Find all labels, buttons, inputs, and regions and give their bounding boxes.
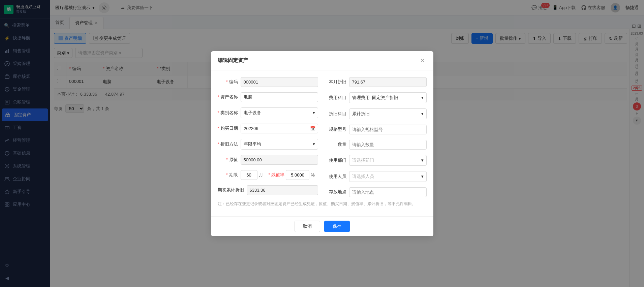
category-select[interactable]: 电子设备 ▾ [241, 107, 318, 118]
user-label: 使用人员 [326, 173, 346, 180]
purchase-date-input[interactable] [241, 124, 318, 133]
user-placeholder: 请选择人员 [352, 173, 374, 180]
dept-placeholder: 请选择部门 [352, 157, 374, 163]
modal-close-button[interactable]: ✕ [419, 57, 427, 65]
spec-label: 规格型号 [326, 126, 346, 132]
code-input[interactable] [241, 77, 318, 87]
form-row-spec: 规格型号 [326, 125, 427, 134]
modal-form: 编码 资产名称 类别名称 电子设备 ▾ [218, 77, 427, 197]
form-row-category: 类别名称 电子设备 ▾ [218, 107, 318, 118]
original-value-label: 原值 [218, 157, 238, 163]
save-button[interactable]: 保存 [324, 221, 350, 232]
category-select-value: 电子设备 [244, 110, 261, 116]
user-arrow: ▾ [421, 174, 424, 179]
form-left-col: 编码 资产名称 类别名称 电子设备 ▾ [218, 77, 318, 197]
monthly-dep-input [349, 77, 427, 87]
period-label: 期限 [218, 172, 238, 178]
modal-title: 编辑固定资产 [218, 57, 248, 64]
dep-method-label: 折旧方法 [218, 141, 238, 147]
dep-subject-select[interactable]: 累计折旧 ▾ [349, 108, 427, 119]
expense-subject-label: 费用科目 [326, 95, 346, 101]
modal-header: 编辑固定资产 ✕ [211, 51, 433, 70]
dept-label: 使用部门 [326, 157, 346, 163]
location-label: 存放地点 [326, 189, 346, 195]
modal-overlay: 编辑固定资产 ✕ 编码 资产名称 类别名称 [0, 0, 644, 287]
category-label: 类别名称 [218, 110, 238, 116]
dept-select[interactable]: 请选择部门 ▾ [349, 155, 427, 166]
asset-name-input[interactable] [241, 92, 318, 102]
dept-arrow: ▾ [421, 158, 424, 163]
modal-footer: 取消 保存 [211, 216, 433, 236]
dep-subject-arrow: ▾ [421, 111, 424, 116]
code-label: 编码 [218, 79, 238, 85]
expense-subject-arrow: ▾ [421, 95, 424, 100]
residual-rate-label: * 残值率 [269, 172, 285, 178]
purchase-date-field: 📅 [241, 124, 318, 133]
form-row-period: 期限 月 * 残值率 % [218, 170, 318, 180]
form-row-asset-name: 资产名称 [218, 92, 318, 102]
form-row-monthly-dep: 本月折旧 [326, 77, 427, 87]
init-accum-dep-label: 期初累计折旧 [218, 187, 244, 193]
location-input[interactable] [349, 187, 427, 197]
purchase-date-label: 购买日期 [218, 125, 238, 131]
residual-rate-input[interactable] [286, 170, 309, 180]
residual-rate-unit: % [311, 172, 315, 178]
expense-subject-select[interactable]: 管理费用_固定资产折旧 ▾ [349, 92, 427, 103]
quantity-label: 数量 [326, 141, 346, 148]
asset-name-label: 资产名称 [218, 94, 238, 100]
period-fields: 月 * 残值率 % [241, 170, 315, 180]
form-row-user: 使用人员 请选择人员 ▾ [326, 171, 427, 182]
form-row-dep-method: 折旧方法 年限平均 ▾ [218, 139, 318, 150]
modal-note: 注：已经存在变更记录或者对应固定资产已经生成凭证，原值、购买日期、残值率、累计折… [218, 201, 427, 210]
dep-method-value: 年限平均 [244, 141, 261, 147]
spec-input[interactable] [349, 125, 427, 134]
form-row-dept: 使用部门 请选择部门 ▾ [326, 155, 427, 166]
form-row-purchase-date: 购买日期 📅 [218, 124, 318, 133]
form-row-expense-subject: 费用科目 管理费用_固定资产折旧 ▾ [326, 92, 427, 103]
modal-body: 编码 资产名称 类别名称 电子设备 ▾ [211, 70, 433, 216]
category-select-arrow: ▾ [313, 110, 315, 115]
calendar-icon: 📅 [310, 126, 315, 131]
dep-method-select[interactable]: 年限平均 ▾ [241, 139, 318, 150]
form-row-quantity: 数量 [326, 140, 427, 150]
form-row-original-value: 原值 [218, 155, 318, 165]
form-right-col: 本月折旧 费用科目 管理费用_固定资产折旧 ▾ 折旧科目 累计折旧 [326, 77, 427, 197]
form-row-dep-subject: 折旧科目 累计折旧 ▾ [326, 108, 427, 119]
dep-subject-value: 累计折旧 [352, 111, 370, 117]
form-row-init-accum: 期初累计折旧 [218, 185, 318, 195]
cancel-button[interactable]: 取消 [295, 221, 320, 232]
period-input[interactable] [241, 170, 257, 180]
edit-asset-modal: 编辑固定资产 ✕ 编码 资产名称 类别名称 [211, 51, 433, 236]
form-row-code: 编码 [218, 77, 318, 87]
dep-method-arrow: ▾ [313, 141, 315, 147]
expense-subject-value: 管理费用_固定资产折旧 [352, 95, 398, 101]
original-value-input[interactable] [241, 155, 318, 165]
period-unit: 月 [259, 172, 263, 178]
dep-subject-label: 折旧科目 [326, 111, 346, 117]
monthly-dep-label: 本月折旧 [326, 79, 346, 85]
user-select[interactable]: 请选择人员 ▾ [349, 171, 427, 182]
form-row-location: 存放地点 [326, 187, 427, 197]
init-accum-dep-input[interactable] [247, 185, 318, 195]
quantity-input[interactable] [349, 140, 427, 150]
